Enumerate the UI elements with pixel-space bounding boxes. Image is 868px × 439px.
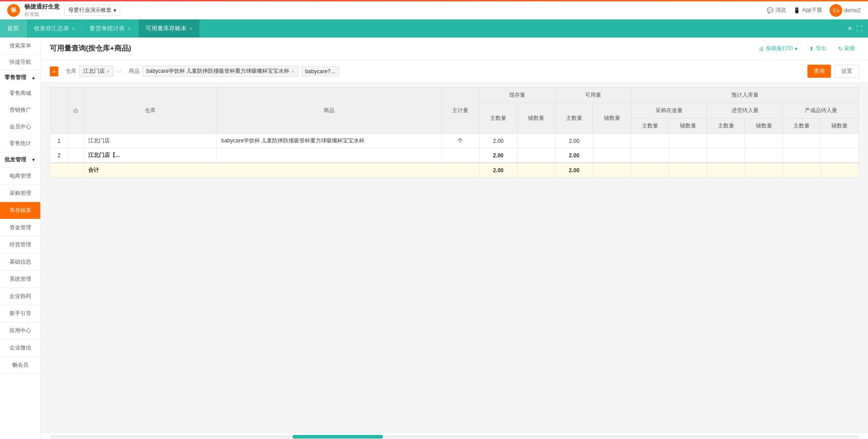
message-button[interactable]: 💬 消息: [767, 6, 786, 14]
product-tag-babycare2: babycare?...: [301, 66, 339, 76]
page-actions: 🖨 按模板打印 ▾ ⬆ 导出 ↻ 刷新: [755, 43, 859, 54]
sidebar-item-inventory[interactable]: 库存核算: [0, 202, 40, 219]
sidebar-item-member[interactable]: 会员中心: [0, 118, 40, 135]
page-header: 可用量查询(按仓库+商品) 🖨 按模板打印 ▾ ⬆ 导出 ↻ 刷新: [41, 38, 868, 60]
product-tag-babycare: babycare学饮杯 儿童防摔防撞吸管杯重力球吸嘴杯宝宝水杯 ×: [142, 66, 298, 77]
filter-expand-button[interactable]: »: [50, 66, 58, 76]
sidebar-item-marketing[interactable]: 营销推广: [0, 102, 40, 118]
sidebar-item-retail-header[interactable]: 零售管理 ▲: [0, 70, 40, 85]
tab-home[interactable]: 首页: [0, 19, 27, 38]
sidebar-search[interactable]: 搜索菜单: [0, 38, 40, 55]
section-guide: 新手引导: [0, 305, 40, 322]
remove-warehouse-tag[interactable]: ×: [107, 69, 109, 74]
section-wholesale: 批发管理 ▼: [0, 152, 40, 168]
sidebar-item-enterprise[interactable]: 企业协同: [0, 288, 40, 305]
query-button[interactable]: 查询: [807, 65, 831, 78]
cell-purchase-aux-2: [669, 148, 707, 163]
th-purchase-main: 主数量: [631, 118, 669, 134]
sidebar-item-ecommerce[interactable]: 电商管理: [0, 168, 40, 184]
settings-button[interactable]: 设置: [835, 65, 859, 78]
sidebar-item-purchase[interactable]: 采购管理: [0, 185, 40, 202]
cell-warehouse-2: 江北门店【...: [84, 148, 217, 163]
section-ecommerce: 电商管理: [0, 168, 40, 185]
sidebar-item-operations[interactable]: 经营管理: [0, 236, 40, 253]
section-wechat: 企业微信: [0, 340, 40, 357]
total-production-aux: [821, 163, 859, 178]
cell-incoming-main-2: [707, 148, 745, 163]
cell-index-2: 2: [50, 148, 68, 163]
close-all-tabs[interactable]: ✕: [847, 25, 853, 32]
industry-selector[interactable]: 母婴行业演示账套 ▾: [64, 5, 120, 16]
cell-incoming-aux-2: [745, 148, 783, 163]
sidebar-item-finance[interactable]: 资金管理: [0, 219, 40, 236]
app-download-button[interactable]: 📱 App下载: [793, 6, 822, 14]
sidebar-item-basic-info[interactable]: 基础信息: [0, 254, 40, 270]
refresh-button[interactable]: ↻ 刷新: [835, 43, 859, 54]
scrollbar-thumb[interactable]: [292, 435, 383, 439]
chevron-down-icon-wholesale: ▼: [31, 157, 36, 162]
section-system: 系统管理: [0, 271, 40, 288]
section-inventory: 库存核算: [0, 202, 40, 219]
warehouse-filter: 仓库 江北门店 × ···: [66, 66, 122, 77]
inventory-table: ⚙ 仓库 商品 主计量 现存量 可用量 预计入库量 主数量 辅数量 主数量 辅数…: [50, 87, 859, 178]
sidebar-item-wechat[interactable]: 企业微信: [0, 340, 40, 356]
chevron-down-icon-print: ▾: [795, 46, 797, 52]
th-settings[interactable]: ⚙: [68, 88, 84, 134]
tab-receive-summary[interactable]: 收发存汇总表 ×: [27, 19, 82, 38]
total-incoming-aux: [745, 163, 783, 178]
th-incoming-aux: 辅数量: [745, 118, 783, 134]
cell-current-aux-2: [517, 148, 555, 163]
total-current-aux: [517, 163, 555, 178]
cell-settings-2: [68, 148, 84, 163]
cell-production-aux-2: [821, 148, 859, 163]
th-warehouse: 仓库: [84, 88, 217, 134]
column-settings-icon[interactable]: ⚙: [73, 107, 79, 114]
message-icon: 💬: [767, 7, 774, 14]
expand-tabs[interactable]: ⛶: [856, 25, 863, 32]
sidebar-item-member-plus[interactable]: 畅会员: [0, 357, 40, 373]
close-tab-receive[interactable]: ×: [72, 26, 75, 31]
section-finance: 资金管理: [0, 219, 40, 236]
warehouse-label: 仓库: [66, 67, 76, 75]
th-current-main-qty: 主数量: [479, 103, 517, 134]
section-basic-info: 基础信息: [0, 254, 40, 271]
brand-name: 畅捷通好生意: [24, 3, 60, 11]
cell-incoming-aux-1: [745, 134, 783, 148]
tab-order-stats[interactable]: 要货单统计表 ×: [82, 19, 138, 38]
top-bar-left: 畅 畅捷通好生意 标准版 母婴行业演示账套 ▾: [7, 3, 120, 18]
print-template-button[interactable]: 🖨 按模板打印 ▾: [755, 43, 801, 54]
th-expected-in: 预计入库量: [631, 88, 859, 103]
sidebar-item-wholesale-header[interactable]: 批发管理 ▼: [0, 152, 40, 167]
close-tab-available[interactable]: ×: [189, 26, 192, 31]
product-label: 商品: [129, 67, 140, 75]
cell-incoming-main-1: [707, 134, 745, 148]
sidebar-quick-nav[interactable]: 快捷导航: [0, 55, 40, 70]
horizontal-scrollbar[interactable]: [50, 435, 859, 439]
close-tab-order[interactable]: ×: [127, 26, 130, 31]
avatar: Ea: [830, 4, 842, 17]
total-spacer: [50, 163, 84, 178]
th-production-aux: 辅数量: [821, 118, 859, 134]
warehouse-more[interactable]: ···: [116, 68, 122, 75]
sidebar-item-system[interactable]: 系统管理: [0, 271, 40, 288]
sidebar-item-guide[interactable]: 新手引导: [0, 305, 40, 322]
search-menu-label[interactable]: 搜索菜单: [4, 42, 37, 50]
th-available-main-qty: 主数量: [555, 103, 593, 134]
tab-available-stock[interactable]: 可用量库存账本 ×: [138, 19, 200, 38]
th-current-stock: 现存量: [479, 88, 555, 103]
total-current-main: 2.00: [479, 163, 517, 178]
th-available-aux-qty: 辅数量: [593, 103, 631, 134]
th-purchase-transit: 采购在途量: [631, 103, 707, 118]
user-profile[interactable]: Ea demo2: [830, 4, 861, 17]
sidebar-item-retail-shop[interactable]: 零售商城: [0, 85, 40, 102]
top-bar-right: 💬 消息 📱 App下载 Ea demo2: [767, 4, 861, 17]
cell-product-2: [217, 148, 441, 163]
main-layout: 搜索菜单 快捷导航 零售管理 ▲ 零售商城 营销推广 会员中心 零售统计 批发管…: [0, 38, 868, 439]
export-button[interactable]: ⬆ 导出: [806, 43, 830, 54]
sidebar-item-app-center[interactable]: 应用中心: [0, 322, 40, 339]
table-area: ⚙ 仓库 商品 主计量 现存量 可用量 预计入库量 主数量 辅数量 主数量 辅数…: [41, 83, 868, 433]
sidebar-item-retail-stats[interactable]: 零售统计: [0, 135, 40, 152]
brand-info: 畅捷通好生意 标准版: [24, 3, 60, 18]
remove-product-tag-1[interactable]: ×: [292, 69, 294, 74]
th-current-aux-qty: 辅数量: [517, 103, 555, 134]
